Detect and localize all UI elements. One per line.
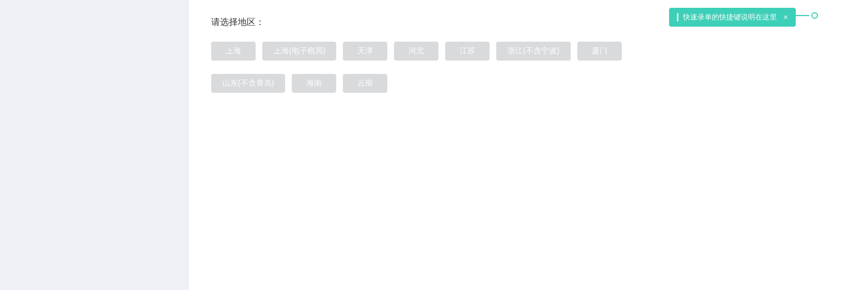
region-btn-jiangsu[interactable]: 江苏 — [445, 42, 490, 61]
region-btn-hainan[interactable]: 海南 — [292, 74, 336, 93]
tooltip-close-button[interactable]: × — [784, 13, 788, 22]
region-buttons-container: 上海 上海(电子税局) 天津 河北 江苏 浙江(不含宁波) 厦门 山东(不含青岛… — [211, 42, 846, 93]
tooltip-bar — [677, 13, 679, 22]
tooltip-text: 快速录单的快捷键说明在这里 — [683, 12, 777, 22]
region-btn-xiamen[interactable]: 厦门 — [577, 42, 622, 61]
region-btn-tianjin[interactable]: 天津 — [343, 42, 387, 61]
region-btn-shandong[interactable]: 山东(不含青岛) — [211, 74, 285, 93]
region-btn-zhejiang[interactable]: 浙江(不含宁波) — [496, 42, 570, 61]
region-btn-yunnan[interactable]: 云南 — [343, 74, 387, 93]
region-btn-hebei[interactable]: 河北 — [394, 42, 438, 61]
main-content: 请选择地区： 上海 上海(电子税局) 天津 河北 江苏 浙江(不含宁波) 厦门 … — [189, 0, 868, 290]
dot-connector — [811, 12, 818, 19]
region-btn-shanghai-etax[interactable]: 上海(电子税局) — [262, 42, 336, 61]
region-btn-shanghai[interactable]: 上海 — [211, 42, 256, 61]
left-sidebar — [0, 0, 189, 290]
tooltip-banner: 快速录单的快捷键说明在这里 × — [669, 8, 796, 27]
